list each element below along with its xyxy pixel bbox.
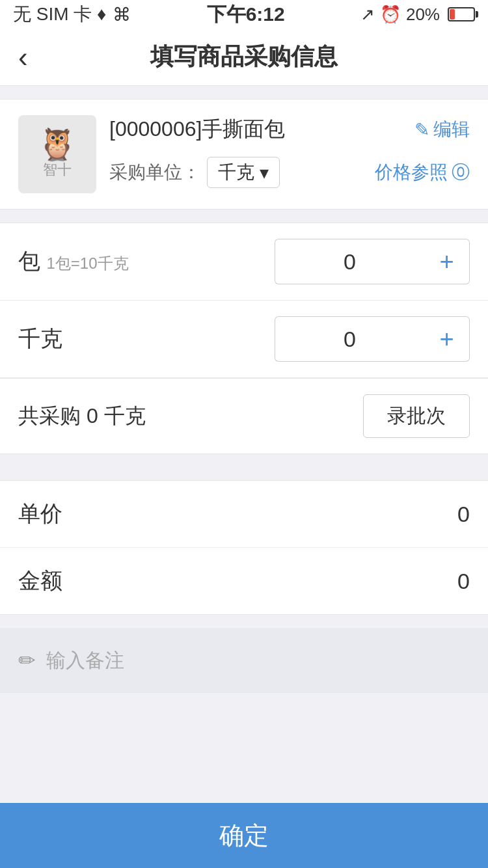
- unit-label: 采购单位：: [109, 160, 200, 185]
- qty-input-wrap-kg: +: [161, 316, 470, 362]
- separator-1: [0, 210, 488, 223]
- unit-price-value: 0: [457, 502, 470, 527]
- qty-input-wrap-bag: +: [161, 239, 470, 284]
- qty-plus-kg[interactable]: +: [424, 316, 470, 362]
- price-ref-button[interactable]: 价格参照 ⓪: [375, 160, 470, 185]
- summary-text: 共采购 0 千克: [18, 402, 146, 431]
- unit-value: 千克: [218, 160, 254, 185]
- product-logo-icon: 🦉: [38, 129, 77, 160]
- summary-prefix: 共采购: [18, 404, 81, 427]
- unit-price-row: 单价 0: [0, 481, 488, 548]
- separator-2: [0, 454, 488, 467]
- product-image: 🦉 智十: [18, 115, 96, 193]
- status-time: 下午6:12: [207, 1, 285, 28]
- batch-button[interactable]: 录批次: [363, 394, 470, 438]
- qty-sublabel-bag: 1包=10千克: [46, 254, 128, 272]
- wifi-icon: ⌘: [113, 4, 131, 25]
- alarm-icon: ⏰: [380, 5, 401, 25]
- summary-unit: 千克: [104, 404, 146, 427]
- product-full-name: [0000006]手撕面包: [109, 115, 285, 144]
- summary-row: 共采购 0 千克 录批次: [0, 378, 488, 454]
- battery-icon: [448, 7, 475, 21]
- unit-select[interactable]: 千克 ▾: [207, 157, 280, 188]
- question-icon: ⓪: [452, 160, 470, 185]
- no-sim-label: 无 SIM 卡 ♦: [13, 2, 106, 27]
- amount-label: 金额: [18, 566, 62, 596]
- status-bar: 无 SIM 卡 ♦ ⌘ 下午6:12 ↗ ⏰ 20%: [0, 0, 488, 29]
- note-section[interactable]: ✏ 输入备注: [0, 628, 488, 693]
- qty-row-bag: 包 1包=10千克 +: [0, 223, 488, 301]
- qty-input-bag[interactable]: [275, 239, 424, 284]
- edit-label: 编辑: [433, 117, 470, 142]
- confirm-button[interactable]: 确定: [0, 803, 488, 868]
- amount-value: 0: [457, 569, 470, 594]
- page-title: 填写商品采购信息: [150, 41, 338, 73]
- nav-bar: ‹ 填写商品采购信息: [0, 29, 488, 86]
- dropdown-icon: ▾: [260, 162, 269, 183]
- location-icon: ↗: [360, 5, 375, 25]
- qty-plus-bag[interactable]: +: [424, 239, 470, 284]
- status-left: 无 SIM 卡 ♦ ⌘: [13, 2, 131, 27]
- unit-price-label: 单价: [18, 499, 62, 529]
- edit-icon: ✎: [414, 119, 429, 141]
- qty-label-kg: 千克: [18, 324, 161, 354]
- logo-text: 智十: [43, 160, 72, 180]
- price-ref-label: 价格参照: [375, 160, 448, 185]
- price-section: 单价 0 金额 0: [0, 480, 488, 615]
- edit-button[interactable]: ✎ 编辑: [414, 117, 470, 142]
- status-right: ↗ ⏰ 20%: [360, 5, 475, 25]
- note-placeholder: 输入备注: [46, 647, 124, 674]
- pencil-icon: ✏: [18, 648, 36, 673]
- amount-row: 金额 0: [0, 548, 488, 614]
- qty-row-kg: 千克 +: [0, 301, 488, 378]
- summary-value: 0: [87, 404, 98, 427]
- qty-input-kg[interactable]: [275, 316, 424, 362]
- product-info: [0000006]手撕面包 ✎ 编辑 采购单位： 千克 ▾ 价格参照 ⓪: [109, 115, 470, 188]
- battery-percent: 20%: [406, 5, 440, 25]
- quantity-section: 包 1包=10千克 + 千克 +: [0, 223, 488, 378]
- product-card: 🦉 智十 [0000006]手撕面包 ✎ 编辑 采购单位： 千克 ▾: [0, 99, 488, 210]
- qty-label-bag: 包 1包=10千克: [18, 247, 161, 277]
- back-button[interactable]: ‹: [18, 41, 28, 74]
